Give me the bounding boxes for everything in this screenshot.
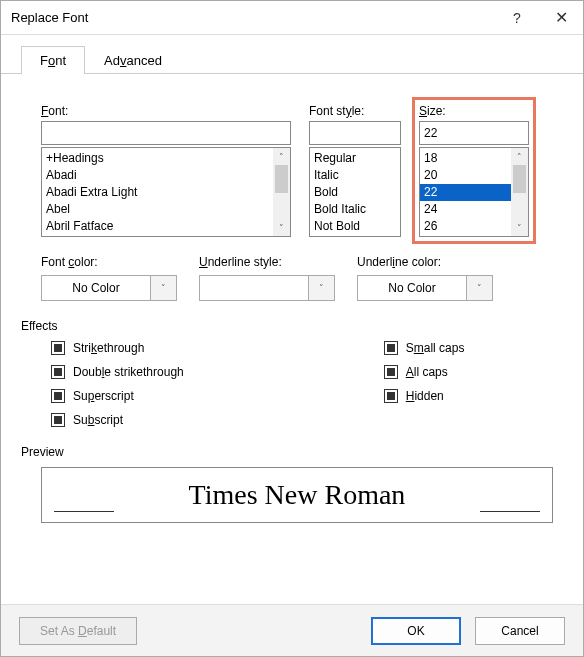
- scroll-up-icon[interactable]: ˄: [273, 148, 290, 165]
- chevron-down-icon: ˅: [309, 275, 335, 301]
- ulcolor-dropdown[interactable]: No Color ˅: [357, 275, 493, 301]
- list-item[interactable]: 24: [420, 201, 511, 218]
- size-input[interactable]: [419, 121, 529, 145]
- list-item[interactable]: Abadi Extra Light: [42, 184, 273, 201]
- list-item[interactable]: Abel: [42, 201, 273, 218]
- list-item[interactable]: Not Bold: [310, 218, 400, 235]
- preview-box: Times New Roman: [41, 467, 553, 523]
- chevron-down-icon: ˅: [151, 275, 177, 301]
- replace-font-dialog: Replace Font ? ✕ Font Advanced Font: +He…: [0, 0, 584, 657]
- style-list[interactable]: Regular Italic Bold Bold Italic Not Bold: [309, 147, 401, 237]
- size-label: Size:: [419, 104, 529, 118]
- list-item[interactable]: Abril Fatface: [42, 218, 273, 235]
- tab-font[interactable]: Font: [21, 46, 85, 74]
- list-item[interactable]: Italic: [310, 167, 400, 184]
- scrollbar[interactable]: ˄ ˅: [511, 148, 528, 236]
- fontcolor-label: Font color:: [41, 255, 177, 269]
- list-item[interactable]: Bold Italic: [310, 201, 400, 218]
- scroll-up-icon[interactable]: ˄: [511, 148, 528, 165]
- scrollbar[interactable]: ˄ ˅: [273, 148, 290, 236]
- scroll-thumb[interactable]: [513, 165, 526, 193]
- scroll-down-icon[interactable]: ˅: [511, 219, 528, 236]
- list-item[interactable]: 22: [420, 184, 511, 201]
- font-input[interactable]: [41, 121, 291, 145]
- titlebar: Replace Font ? ✕: [1, 1, 583, 35]
- list-item[interactable]: 26: [420, 218, 511, 235]
- ok-button[interactable]: OK: [371, 617, 461, 645]
- cancel-button[interactable]: Cancel: [475, 617, 565, 645]
- strikethrough-checkbox[interactable]: Strikethrough: [51, 341, 184, 355]
- all-caps-checkbox[interactable]: All caps: [384, 365, 465, 379]
- preview-label: Preview: [21, 445, 553, 459]
- ulcolor-label: Underline color:: [357, 255, 493, 269]
- hidden-checkbox[interactable]: Hidden: [384, 389, 465, 403]
- subscript-checkbox[interactable]: Subscript: [51, 413, 184, 427]
- list-item[interactable]: 18: [420, 150, 511, 167]
- font-label: Font:: [41, 104, 291, 118]
- list-item[interactable]: Abadi: [42, 167, 273, 184]
- list-item[interactable]: 20: [420, 167, 511, 184]
- close-button[interactable]: ✕: [539, 1, 583, 35]
- button-bar: Set As Default OK Cancel: [1, 604, 583, 656]
- font-list[interactable]: +Headings Abadi Abadi Extra Light Abel A…: [41, 147, 291, 237]
- fontcolor-dropdown[interactable]: No Color ˅: [41, 275, 177, 301]
- superscript-checkbox[interactable]: Superscript: [51, 389, 184, 403]
- tab-advanced[interactable]: Advanced: [85, 46, 181, 74]
- style-input[interactable]: [309, 121, 401, 145]
- chevron-down-icon: ˅: [467, 275, 493, 301]
- list-item[interactable]: Bold: [310, 184, 400, 201]
- double-strikethrough-checkbox[interactable]: Double strikethrough: [51, 365, 184, 379]
- style-label: Font style:: [309, 104, 401, 118]
- small-caps-checkbox[interactable]: Small caps: [384, 341, 465, 355]
- list-item[interactable]: +Headings: [42, 150, 273, 167]
- scroll-down-icon[interactable]: ˅: [273, 219, 290, 236]
- tab-strip: Font Advanced: [1, 35, 583, 74]
- set-default-button[interactable]: Set As Default: [19, 617, 137, 645]
- size-highlight: Size: 18 20 22 24 26 ˄ ˅: [412, 97, 536, 244]
- ulstyle-label: Underline style:: [199, 255, 335, 269]
- size-list[interactable]: 18 20 22 24 26 ˄ ˅: [419, 147, 529, 237]
- help-button[interactable]: ?: [495, 1, 539, 35]
- ulstyle-dropdown[interactable]: ˅: [199, 275, 335, 301]
- dialog-content: Font: +Headings Abadi Abadi Extra Light …: [1, 74, 583, 533]
- effects-label: Effects: [21, 319, 553, 333]
- list-item[interactable]: Regular: [310, 150, 400, 167]
- dialog-title: Replace Font: [11, 10, 495, 25]
- scroll-thumb[interactable]: [275, 165, 288, 193]
- preview-text: Times New Roman: [189, 479, 406, 511]
